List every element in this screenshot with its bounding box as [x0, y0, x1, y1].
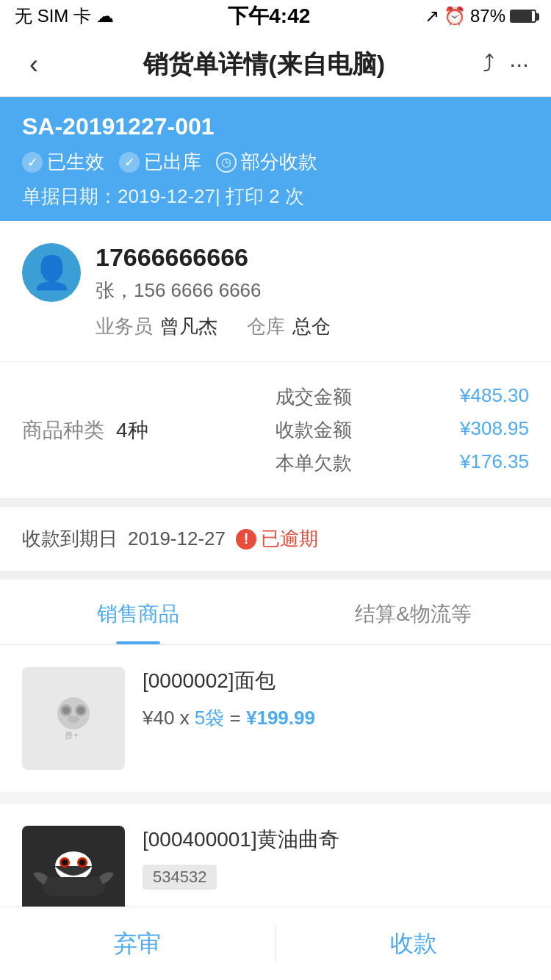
status-activated: ✓ 已生效	[22, 149, 104, 175]
nav-bar: ‹ 销货单详情(来自电脑) ⤴ ···	[0, 32, 551, 97]
customer-id: 17666666666	[96, 243, 529, 272]
product-qty-1: 5袋	[195, 707, 224, 729]
salesperson-item: 业务员 曾凡杰	[96, 314, 217, 339]
svg-point-3	[62, 707, 70, 714]
product-name-2: [000400001]黄油曲奇	[143, 826, 529, 854]
amount-value-deal: ¥485.30	[460, 384, 529, 410]
share-icon[interactable]: ⤴	[483, 51, 494, 78]
owl-placeholder-icon: 兽+	[44, 693, 103, 744]
warehouse-item: 仓库 总仓	[247, 314, 331, 339]
amount-row-deal: 成交金额 ¥485.30	[276, 384, 529, 410]
amount-value-debt: ¥176.35	[460, 450, 529, 476]
stats-category: 商品种类 4种	[22, 384, 276, 476]
customer-meta: 业务员 曾凡杰 仓库 总仓	[96, 314, 529, 339]
tab-sales-products[interactable]: 销售商品	[0, 580, 276, 644]
amount-row-received: 收款金额 ¥308.95	[276, 417, 529, 443]
product-price-row-1: ¥40 x 5袋 = ¥199.99	[143, 705, 529, 731]
cancel-button[interactable]: 弃审	[0, 913, 276, 975]
overdue-badge: ! 已逾期	[236, 526, 318, 552]
amount-value-received: ¥308.95	[460, 417, 529, 443]
order-date-row: 单据日期：2019-12-27| 打印 2 次	[22, 184, 529, 209]
warehouse-value: 总仓	[292, 314, 331, 339]
product-name-1: [0000002]面包	[143, 667, 529, 695]
print-info: | 打印 2 次	[215, 185, 304, 207]
svg-point-4	[77, 707, 84, 714]
warehouse-label: 仓库	[247, 314, 285, 339]
bottom-bar: 弃审 收款	[0, 907, 551, 980]
page-title: 销货单详情(来自电脑)	[143, 48, 385, 82]
location-icon: ↗	[425, 6, 439, 26]
salesperson-value: 曾凡杰	[160, 314, 217, 339]
customer-avatar: 👤	[22, 243, 81, 302]
amount-label-received: 收款金额	[276, 417, 352, 443]
product-tag-2: 534532	[143, 865, 217, 890]
clock-icon: ◷	[216, 152, 237, 173]
order-banner: SA-20191227-001 ✓ 已生效 ✓ 已出库 ◷ 部分收款 单据日期：…	[0, 97, 551, 221]
status-left: 无 SIM 卡 ☁	[15, 4, 114, 28]
product-item-1: 兽+ [0000002]面包 ¥40 x 5袋 = ¥199.99	[0, 645, 551, 792]
amount-label-debt: 本单欠款	[276, 450, 352, 476]
product-info-1: [0000002]面包 ¥40 x 5袋 = ¥199.99	[143, 667, 529, 731]
date-label: 单据日期：	[22, 185, 118, 207]
svg-point-12	[79, 860, 85, 865]
svg-point-11	[62, 860, 68, 865]
salesperson-label: 业务员	[96, 314, 153, 339]
amount-label-deal: 成交金额	[276, 384, 352, 410]
due-date: 2019-12-27	[128, 527, 226, 550]
check-icon-activated: ✓	[22, 152, 43, 173]
check-icon-shipped: ✓	[119, 152, 140, 173]
category-count: 4种	[116, 417, 148, 444]
nav-actions: ⤴ ···	[483, 51, 529, 78]
battery-status: 87%	[470, 6, 505, 26]
battery-icon	[510, 10, 536, 23]
product-price-1: ¥40	[143, 707, 174, 729]
svg-point-5	[68, 716, 79, 723]
category-label: 商品种类	[22, 417, 104, 444]
customer-section: 👤 17666666666 张，156 6666 6666 业务员 曾凡杰 仓库…	[0, 221, 551, 362]
svg-text:兽+: 兽+	[65, 730, 79, 741]
customer-info: 17666666666 张，156 6666 6666 业务员 曾凡杰 仓库 总…	[96, 243, 529, 339]
status-right: ↗ ⏰ 87%	[425, 6, 536, 26]
amount-row-debt: 本单欠款 ¥176.35	[276, 450, 529, 476]
order-date: 2019-12-27	[118, 185, 215, 207]
overdue-label: 已逾期	[261, 526, 318, 552]
stats-section: 商品种类 4种 成交金额 ¥485.30 收款金额 ¥308.95 本单欠款 ¥…	[0, 362, 551, 507]
back-button[interactable]: ‹	[22, 42, 46, 87]
status-bar: 无 SIM 卡 ☁ 下午4:42 ↗ ⏰ 87%	[0, 0, 551, 32]
sim-status: 无 SIM 卡 ☁	[15, 4, 114, 28]
alarm-icon: ⏰	[444, 6, 466, 26]
status-time: 下午4:42	[228, 2, 310, 30]
status-shipped: ✓ 已出库	[119, 149, 201, 175]
more-icon[interactable]: ···	[509, 51, 529, 78]
tab-settlement[interactable]: 结算&物流等	[276, 580, 551, 644]
order-status-row: ✓ 已生效 ✓ 已出库 ◷ 部分收款	[22, 149, 529, 175]
product-multiply-1: x	[180, 707, 195, 729]
product-total-1: ¥199.99	[246, 707, 315, 729]
product-placeholder-1: 兽+	[22, 667, 125, 770]
overdue-icon: !	[236, 529, 256, 550]
product-equal-1: =	[230, 707, 246, 729]
status-partial-payment: ◷ 部分收款	[216, 149, 317, 175]
customer-name-phone: 张，156 6666 6666	[96, 278, 529, 303]
avatar-icon: 👤	[32, 253, 72, 292]
product-image-1: 兽+	[22, 667, 125, 770]
due-date-section: 收款到期日 2019-12-27 ! 已逾期	[0, 507, 551, 580]
stats-amounts: 成交金额 ¥485.30 收款金额 ¥308.95 本单欠款 ¥176.35	[276, 384, 529, 476]
order-id: SA-20191227-001	[22, 113, 529, 140]
tab-section: 销售商品 结算&物流等	[0, 580, 551, 645]
confirm-button[interactable]: 收款	[276, 913, 552, 975]
due-label: 收款到期日	[22, 526, 118, 552]
